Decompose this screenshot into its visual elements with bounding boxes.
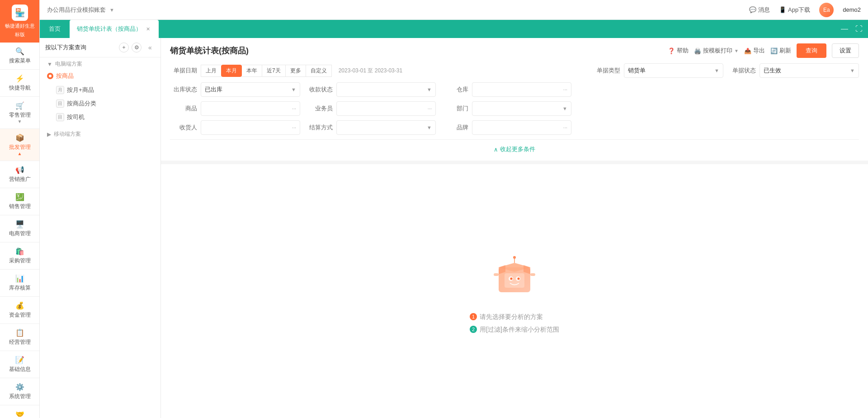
user-avatar[interactable]: Ea <box>819 3 834 17</box>
salesperson-filter[interactable]: ··· <box>336 101 436 116</box>
tab-report[interactable]: 销货单统计表（按商品） ✕ <box>70 20 159 38</box>
sidebar-item-ecommerce[interactable]: 🖥️ 电商管理 <box>0 215 39 242</box>
inventory-icon: 📊 <box>15 274 24 283</box>
warehouse-filter[interactable]: ··· <box>472 82 571 97</box>
sidebar-label-ecommerce: 电商管理 <box>9 230 31 238</box>
sidebar-item-inventory[interactable]: 📊 库存核算 <box>0 270 39 297</box>
industry-label: 办公用品行业模拟账套 <box>47 6 106 14</box>
left-panel-actions: + ⚙ <box>119 43 142 52</box>
salesperson-label: 业务员 <box>309 104 336 113</box>
app-download-button[interactable]: 📱 App下载 <box>779 6 810 14</box>
desktop-group-text: 电脑端方案 <box>55 60 82 68</box>
sidebar-item-quicknav[interactable]: ⚡ 快捷导航 <box>0 70 39 97</box>
app-logo[interactable]: 🏪 畅捷通好生意 标版 <box>0 0 40 43</box>
query-button[interactable]: 查询 <box>797 43 826 58</box>
svg-point-8 <box>518 277 520 280</box>
tip-num-1: 1 <box>470 313 477 320</box>
sidebar-label-basic: 基础信息 <box>9 366 31 373</box>
svg-point-10 <box>513 256 516 259</box>
tree-item-by-month-product-label: 按月+商品 <box>67 86 94 94</box>
tab-home-label: 首页 <box>49 25 61 33</box>
receiver-label: 收货人 <box>170 124 201 132</box>
tab-home[interactable]: 首页 <box>40 20 70 38</box>
date-tab-custom[interactable]: 自定义 <box>306 65 332 77</box>
page-header-actions: ❓ 帮助 🖨️ 按模板打印 ▼ 📤 导出 🔄 刷新 <box>668 43 859 58</box>
storage-dropdown-icon: ▼ <box>291 87 296 92</box>
doc-status-label: 单据状态 <box>732 66 760 75</box>
tree-item-by-cashier[interactable]: 目 按司机 <box>40 110 160 124</box>
sidebar-item-wholesale[interactable]: 📦 批发管理 ▲ <box>0 129 39 161</box>
panel-title: 按以下方案查询 <box>45 43 115 52</box>
tree-item-by-month-product[interactable]: 月 按月+商品 <box>40 83 160 97</box>
doc-status-filter[interactable]: 已生效 ▼ <box>760 63 859 78</box>
mobile-expand-arrow[interactable]: ▶ <box>47 131 51 138</box>
tree-item-by-product-label: 按商品 <box>56 72 74 80</box>
payment-filter[interactable]: ▼ <box>336 82 436 97</box>
storage-filter[interactable]: 已出库 ▼ <box>201 82 300 97</box>
collapse-row[interactable]: ∧ 收起更多条件 <box>170 142 859 155</box>
sidebar-item-purchase[interactable]: 🛍️ 采购管理 <box>0 242 39 270</box>
user-name[interactable]: demo2 <box>843 6 861 13</box>
by-month-product-icon: 月 <box>56 86 64 94</box>
tree-expand-arrow[interactable]: ▼ <box>47 61 52 67</box>
collapse-panel-button[interactable]: « <box>145 43 155 52</box>
sidebar-item-enterprise[interactable]: 🤝 企业协同 <box>0 405 39 418</box>
tab-minimize-icon[interactable]: — <box>839 23 850 35</box>
date-tab-lastmonth[interactable]: 上月 <box>201 65 222 77</box>
industry-dropdown-icon[interactable]: ▼ <box>109 7 114 13</box>
refresh-button[interactable]: 🔄 刷新 <box>770 47 791 55</box>
salesperson-more-icon: ··· <box>428 106 432 111</box>
sidebar-item-basic[interactable]: 📝 基础信息 <box>0 351 39 378</box>
settings-scheme-button[interactable]: ⚙ <box>132 43 142 52</box>
product-filter[interactable]: ··· <box>201 101 300 116</box>
svg-rect-11 <box>494 273 499 276</box>
payment-method-filter[interactable]: ▼ <box>336 120 436 135</box>
brand-filter[interactable]: ··· <box>472 120 571 135</box>
desktop-group-label: ▼ 电脑端方案 <box>40 57 160 69</box>
collapse-icon: « <box>148 44 152 51</box>
main-area: 办公用品行业模拟账套 ▼ 💬 消息 📱 App下载 Ea demo2 首页 销货… <box>40 0 868 418</box>
svg-rect-12 <box>530 273 535 276</box>
empty-tip-2-text: 用[过滤]条件来缩小分析范围 <box>480 323 559 336</box>
filter-row-4: 收货人 ··· 结算方式 ▼ 品牌 ··· <box>170 120 859 135</box>
by-category-icon: 目 <box>56 100 64 108</box>
sidebar-item-marketing[interactable]: 📢 营销推广 <box>0 161 39 188</box>
left-panel: 按以下方案查询 + ⚙ « ▼ 电脑端方案 <box>40 38 161 418</box>
help-button[interactable]: ❓ 帮助 <box>668 47 689 55</box>
export-icon: 📤 <box>744 48 751 54</box>
message-button[interactable]: 💬 消息 <box>749 6 770 14</box>
doc-type-filter[interactable]: 销货单 ▼ <box>624 63 723 78</box>
empty-state-content: 1 请先选择要分析的方案 2 用[过滤]条件来缩小分析范围 <box>470 247 559 336</box>
receiver-filter[interactable]: ··· <box>201 120 300 135</box>
tree-item-by-category[interactable]: 目 按商品分类 <box>40 97 160 110</box>
warehouse-label: 仓库 <box>445 86 472 94</box>
message-label: 消息 <box>758 6 770 14</box>
template-print-button[interactable]: 🖨️ 按模板打印 ▼ <box>694 47 739 55</box>
sidebar-item-system[interactable]: ⚙️ 系统管理 <box>0 378 39 405</box>
sidebar-item-retail[interactable]: 🛒 零售管理 ▼ <box>0 97 39 129</box>
svg-point-7 <box>510 277 513 280</box>
date-tab-more[interactable]: 更多 <box>285 65 306 77</box>
sidebar-item-operations[interactable]: 📋 经营管理 <box>0 324 39 351</box>
top-header: 办公用品行业模拟账套 ▼ 💬 消息 📱 App下载 Ea demo2 <box>40 0 868 20</box>
product-label: 商品 <box>170 104 201 113</box>
date-filter-tabs: 上月 本月 本年 近7天 更多 自定义 <box>201 65 331 77</box>
sidebar-label-retail: 零售管理 <box>9 111 31 119</box>
payment-dropdown-icon: ▼ <box>427 87 432 92</box>
tab-close-icon[interactable]: ✕ <box>144 25 151 33</box>
date-tab-thismonth[interactable]: 本月 <box>221 65 242 77</box>
template-print-label: 按模板打印 <box>703 47 732 55</box>
tree-item-by-product[interactable]: 按商品 <box>40 69 160 83</box>
export-button[interactable]: 📤 导出 <box>744 47 765 55</box>
settings-button[interactable]: 设置 <box>832 43 859 58</box>
sidebar-item-sales[interactable]: 💹 销售管理 <box>0 188 39 215</box>
date-tab-7days[interactable]: 近7天 <box>262 65 286 77</box>
department-filter[interactable]: ▼ <box>472 101 571 116</box>
tab-maximize-icon[interactable]: ⛶ <box>854 23 864 35</box>
date-tab-thisyear[interactable]: 本年 <box>241 65 262 77</box>
sidebar-item-search[interactable]: 🔍 搜索菜单 <box>0 43 39 70</box>
add-scheme-button[interactable]: + <box>119 43 129 52</box>
sidebar-item-finance[interactable]: 💰 资金管理 <box>0 297 39 324</box>
sidebar-label-sales: 销售管理 <box>9 203 31 210</box>
filter-row-1: 单据日期 上月 本月 本年 近7天 更多 自定义 2023-03-01 至 20… <box>170 63 859 78</box>
